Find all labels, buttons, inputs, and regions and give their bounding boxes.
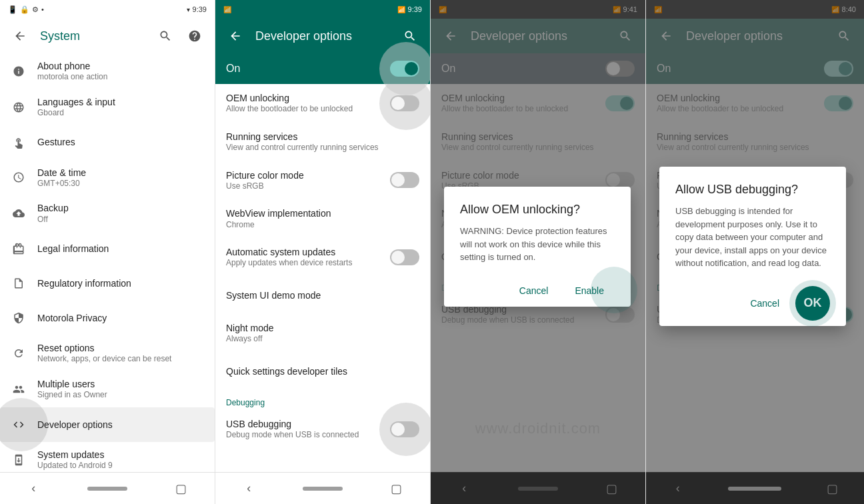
- bottom-nav-2: ‹ ▢: [215, 472, 430, 504]
- menu-developer-options[interactable]: Developer options: [0, 407, 215, 442]
- notification-icon: 📱: [8, 5, 17, 14]
- search-button-1[interactable]: [153, 24, 177, 48]
- quick-settings-title: Quick settings developer tiles: [226, 365, 419, 377]
- backup-icon: [11, 205, 27, 221]
- on-label-1: On: [226, 63, 382, 75]
- updates-title: System updates: [37, 449, 204, 461]
- lock-icon: 🔒: [20, 5, 29, 14]
- auto-updates-subtitle: Apply updates when device restarts: [226, 258, 382, 269]
- time-2: 9:39: [408, 5, 422, 13]
- menu-about-phone[interactable]: About phone motorola one action: [0, 53, 215, 89]
- menu-dev-text: Developer options: [37, 419, 204, 431]
- on-toggle-1[interactable]: [390, 61, 419, 77]
- dev-options-icon: [11, 417, 27, 433]
- running-services-subtitle: View and control currently running servi…: [226, 143, 419, 153]
- system-ui-demo-item[interactable]: System UI demo mode: [215, 277, 430, 314]
- back-nav-1[interactable]: ‹: [20, 475, 47, 502]
- privacy-icon: [11, 310, 27, 326]
- quick-settings-text: Quick settings developer tiles: [226, 365, 419, 377]
- oem-cancel-button[interactable]: Cancel: [509, 280, 559, 301]
- menu-backup-text: Backup Off: [37, 202, 204, 225]
- users-subtitle: Signed in as Owner: [37, 390, 204, 401]
- users-title: Multiple users: [37, 378, 204, 390]
- auto-updates-text: Automatic system updates Apply updates w…: [226, 246, 382, 269]
- webview-subtitle: Chrome: [226, 220, 419, 231]
- panel-developer-options-1: 📶 📶 9:39 Developer options On OEM unlock…: [215, 0, 431, 504]
- oem-dialog-body: WARNING: Device protection features will…: [460, 225, 615, 264]
- picture-color-title: Picture color mode: [226, 169, 382, 181]
- menu-privacy[interactable]: Motorola Privacy: [0, 301, 215, 335]
- usb-dialog-body: USB debugging is intended for developmen…: [675, 205, 830, 270]
- updates-icon: [11, 452, 27, 468]
- updates-subtitle: Updated to Android 9: [37, 461, 204, 471]
- usb-debug-title-1: USB debugging: [226, 418, 382, 430]
- panel-system-settings: 📱 🔒 ⚙ • ▾ 9:39 System: [0, 0, 215, 504]
- recents-nav-2[interactable]: ▢: [383, 475, 410, 502]
- usb-cancel-button[interactable]: Cancel: [739, 293, 790, 314]
- home-pill-2[interactable]: [303, 487, 343, 491]
- app-bar-system: System: [0, 19, 215, 53]
- oem-toggle[interactable]: [390, 95, 419, 111]
- night-mode-item[interactable]: Night mode Always off: [215, 314, 430, 353]
- system-ui-title: System UI demo mode: [226, 289, 419, 301]
- oem-unlock-item[interactable]: OEM unlocking Allow the bootloader to be…: [215, 84, 430, 123]
- night-mode-subtitle: Always off: [226, 334, 419, 345]
- menu-regulatory[interactable]: Regulatory information: [0, 266, 215, 301]
- system-menu-list: About phone motorola one action Language…: [0, 53, 215, 472]
- menu-legal[interactable]: Legal information: [0, 231, 215, 266]
- webview-item[interactable]: WebView implementation Chrome: [215, 199, 430, 238]
- legal-icon: [11, 241, 27, 257]
- lang-subtitle: Gboard: [37, 108, 204, 119]
- oem-unlock-title: OEM unlocking: [226, 92, 382, 104]
- reset-title: Reset options: [37, 342, 204, 354]
- night-mode-text: Night mode Always off: [226, 322, 419, 345]
- about-title: About phone: [37, 60, 204, 72]
- menu-languages[interactable]: Languages & input Gboard: [0, 89, 215, 125]
- on-row-1[interactable]: On: [215, 53, 430, 84]
- help-button[interactable]: [183, 24, 207, 48]
- menu-backup[interactable]: Backup Off: [0, 195, 215, 231]
- panel-developer-options-3: 📶 📶 8:40 Developer options On OEM unlock…: [646, 0, 864, 504]
- auto-updates-toggle[interactable]: [390, 249, 419, 265]
- quick-settings-tiles-item[interactable]: Quick settings developer tiles: [215, 353, 430, 390]
- usb-debug-toggle-1[interactable]: [390, 421, 419, 437]
- back-button-1[interactable]: [8, 24, 32, 48]
- settings-icon: ⚙: [32, 5, 39, 14]
- menu-date-time[interactable]: Date & time GMT+05:30: [0, 160, 215, 196]
- menu-reset[interactable]: Reset options Network, apps, or device c…: [0, 335, 215, 371]
- backup-title: Backup: [37, 202, 204, 214]
- backup-subtitle: Off: [37, 215, 204, 225]
- about-icon: [11, 63, 27, 79]
- menu-about-text: About phone motorola one action: [37, 60, 204, 83]
- lang-title: Languages & input: [37, 96, 204, 108]
- about-subtitle: motorola one action: [37, 72, 204, 83]
- auto-updates-item[interactable]: Automatic system updates Apply updates w…: [215, 238, 430, 277]
- status-left-2: 📶: [223, 6, 231, 13]
- dev-options-list-1: OEM unlocking Allow the bootloader to be…: [215, 84, 430, 472]
- picture-color-item[interactable]: Picture color mode Use sRGB: [215, 161, 430, 200]
- dt-subtitle: GMT+05:30: [37, 179, 204, 189]
- oem-dialog[interactable]: Allow OEM unlocking? WARNING: Device pro…: [444, 187, 631, 307]
- status-bar-2: 📶 📶 9:39: [215, 0, 430, 19]
- panel-developer-options-2: 📶 📶 9:41 Developer options On OEM unlock…: [431, 0, 646, 504]
- home-pill-1[interactable]: [87, 487, 127, 491]
- oem-dialog-title: Allow OEM unlocking?: [460, 203, 615, 217]
- menu-dt-text: Date & time GMT+05:30: [37, 167, 204, 189]
- reset-subtitle: Network, apps, or device can be reset: [37, 354, 204, 365]
- running-services-text: Running services View and control curren…: [226, 131, 419, 153]
- datetime-icon: [11, 169, 27, 185]
- menu-gestures[interactable]: Gestures: [0, 125, 215, 160]
- wifi-icon: ▾: [187, 6, 190, 13]
- back-button-2[interactable]: [223, 24, 247, 48]
- picture-color-toggle[interactable]: [390, 172, 419, 188]
- oem-unlock-text: OEM unlocking Allow the bootloader to be…: [226, 92, 382, 115]
- usb-debugging-item-1[interactable]: USB debugging Debug mode when USB is con…: [215, 410, 430, 449]
- usb-debug-text-1: USB debugging Debug mode when USB is con…: [226, 418, 382, 441]
- recents-nav-1[interactable]: ▢: [168, 475, 195, 502]
- usb-dialog[interactable]: Allow USB debugging? USB debugging is in…: [659, 167, 846, 326]
- system-title: System: [40, 29, 145, 43]
- status-left-icons: 📱 🔒 ⚙ •: [8, 5, 44, 14]
- dot-icon: •: [41, 5, 44, 13]
- back-nav-2[interactable]: ‹: [235, 475, 262, 502]
- menu-legal-text: Legal information: [37, 243, 204, 255]
